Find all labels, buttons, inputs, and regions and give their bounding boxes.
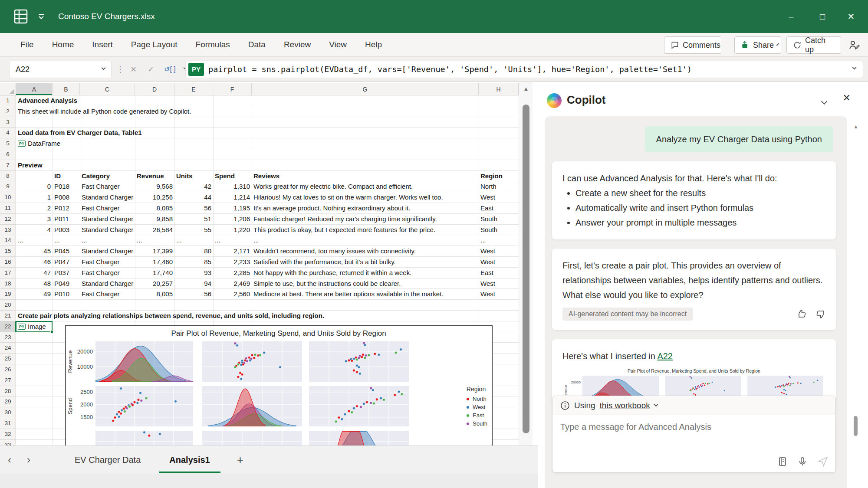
cell-E13[interactable]: 55: [174, 225, 213, 236]
row-header-16[interactable]: 16: [0, 257, 16, 268]
row-header-22[interactable]: 22: [0, 321, 16, 332]
cell-A18[interactable]: 48: [16, 278, 53, 289]
workbook-scope-link[interactable]: this workbook: [600, 401, 650, 410]
cell-D12[interactable]: 9,858: [135, 214, 174, 225]
cell-B13[interactable]: P003: [53, 225, 80, 236]
cell-G9[interactable]: Works great for my electric bike. Compac…: [252, 181, 479, 192]
row-header-23[interactable]: 23: [0, 332, 16, 343]
cell-E10[interactable]: 44: [174, 192, 213, 203]
cell-H15[interactable]: West: [479, 246, 519, 257]
row-header-6[interactable]: 6: [0, 149, 16, 160]
cell-G15[interactable]: Wouldn't recommend, too many issues with…: [252, 246, 479, 257]
row-header-13[interactable]: 13: [0, 225, 16, 236]
cell-E8[interactable]: Units: [174, 171, 213, 182]
cell-E17[interactable]: 93: [174, 268, 213, 278]
cell-F12[interactable]: 1,206: [213, 214, 252, 225]
share-button[interactable]: Share: [734, 36, 781, 54]
cell-B14[interactable]: ...: [53, 235, 80, 246]
cell-C16[interactable]: Fast Charger: [80, 257, 135, 268]
minimize-button[interactable]: –: [777, 0, 806, 33]
column-header-D[interactable]: D: [135, 83, 174, 95]
cell-F10[interactable]: 1,214: [213, 192, 252, 203]
cell-H14[interactable]: ...: [479, 235, 519, 246]
column-header-H[interactable]: H: [479, 83, 519, 95]
cell-B8[interactable]: ID: [53, 171, 80, 182]
row-header-11[interactable]: 11: [0, 203, 16, 214]
cell-B16[interactable]: P047: [53, 257, 80, 268]
cell-D11[interactable]: 8,085: [135, 203, 174, 214]
row-header-9[interactable]: 9: [0, 181, 16, 192]
cancel-entry-icon[interactable]: ✕: [130, 61, 137, 78]
row-header-8[interactable]: 8: [0, 171, 16, 182]
row-header-27[interactable]: 27: [0, 375, 16, 386]
sheet-nav-left-icon[interactable]: ‹: [0, 454, 19, 466]
cell-H16[interactable]: West: [479, 257, 519, 268]
fill-handle[interactable]: [50, 330, 53, 333]
thumbs-up-icon[interactable]: [797, 309, 807, 319]
cell-F11[interactable]: 1,195: [213, 203, 252, 214]
cell-F13[interactable]: 1,220: [213, 225, 252, 236]
microphone-icon[interactable]: [797, 456, 808, 467]
cell-C15[interactable]: Standard Charger: [80, 246, 135, 257]
row-header-33[interactable]: 33: [0, 440, 16, 445]
app-menu-chevron-icon[interactable]: [37, 13, 45, 20]
cell-C11[interactable]: Fast Charger: [80, 203, 135, 214]
cell-G11[interactable]: It's an average product. Nothing extraor…: [252, 203, 479, 214]
cell-G13[interactable]: This product is okay, but I expected mor…: [252, 225, 479, 236]
cell-D18[interactable]: 20,257: [135, 278, 174, 289]
row-header-24[interactable]: 24: [0, 343, 16, 354]
row-header-7[interactable]: 7: [0, 160, 16, 171]
cell-C17[interactable]: Fast Charger: [80, 268, 135, 278]
sheet-nav-right-icon[interactable]: ›: [19, 454, 38, 466]
row-header-12[interactable]: 12: [0, 214, 16, 225]
row-header-2[interactable]: 2: [0, 106, 16, 117]
row-header-26[interactable]: 26: [0, 364, 16, 375]
row-header-30[interactable]: 30: [0, 407, 16, 418]
row-header-4[interactable]: 4: [0, 128, 16, 138]
cell-C14[interactable]: ...: [80, 235, 135, 246]
python-object-icon[interactable]: ↺[ ]: [164, 61, 176, 78]
row-header-32[interactable]: 32: [0, 429, 16, 440]
cell-F15[interactable]: 2,171: [213, 246, 252, 257]
ribbon-tab-help[interactable]: Help: [356, 33, 391, 57]
select-all-corner[interactable]: [0, 83, 16, 95]
cell-G17[interactable]: Not happy with the purchase, returned it…: [252, 268, 479, 278]
cell-A16[interactable]: 46: [16, 257, 53, 268]
cell-F16[interactable]: 2,233: [213, 257, 252, 268]
cell-H18[interactable]: West: [479, 278, 519, 289]
cell-B19[interactable]: P010: [53, 289, 80, 300]
cell-H11[interactable]: East: [479, 203, 519, 214]
column-header-A[interactable]: A: [16, 83, 53, 95]
sheet-tab-ev-charger-data[interactable]: EV Charger Data: [64, 446, 151, 473]
cell-D19[interactable]: 8,005: [135, 289, 174, 300]
cell-C9[interactable]: Fast Charger: [80, 181, 135, 192]
panel-scroll-up-icon[interactable]: ▲: [853, 124, 858, 130]
cell-A12[interactable]: 3: [16, 214, 53, 225]
cell-D10[interactable]: 10,256: [135, 192, 174, 203]
cell-E11[interactable]: 56: [174, 203, 213, 214]
active-cell-selection[interactable]: [16, 321, 53, 332]
formula-bar-expand-icon[interactable]: [852, 66, 857, 70]
spreadsheet-grid[interactable]: ABCDEFGH1Advanced Analysis2This sheet wi…: [0, 82, 519, 445]
cell-B10[interactable]: P008: [53, 192, 80, 203]
row-header-25[interactable]: 25: [0, 354, 16, 364]
cell-F9[interactable]: 1,310: [213, 181, 252, 192]
name-box[interactable]: A22: [10, 61, 111, 78]
cell-E12[interactable]: 51: [174, 214, 213, 225]
cell-D8[interactable]: Revenue: [135, 171, 174, 182]
ribbon-tab-formulas[interactable]: Formulas: [187, 33, 239, 57]
cell-G18[interactable]: Simple to use, but the instructions coul…: [252, 278, 479, 289]
sheet-tab-analysis1[interactable]: Analysis1: [159, 446, 220, 473]
cell-A14[interactable]: ...: [16, 235, 53, 246]
cell-E15[interactable]: 80: [174, 246, 213, 257]
panel-scrollbar-thumb[interactable]: [854, 416, 858, 436]
cell-H12[interactable]: South: [479, 214, 519, 225]
row-header-31[interactable]: 31: [0, 418, 16, 429]
cell-H10[interactable]: West: [479, 192, 519, 203]
cell-A5[interactable]: PYDataFrame: [16, 138, 53, 149]
cell-B18[interactable]: P049: [53, 278, 80, 289]
message-input[interactable]: Type a message for Advanced Analysis: [552, 415, 835, 439]
cell-H17[interactable]: East: [479, 268, 519, 278]
cell-B17[interactable]: P037: [53, 268, 80, 278]
cell-F14[interactable]: ...: [213, 235, 252, 246]
